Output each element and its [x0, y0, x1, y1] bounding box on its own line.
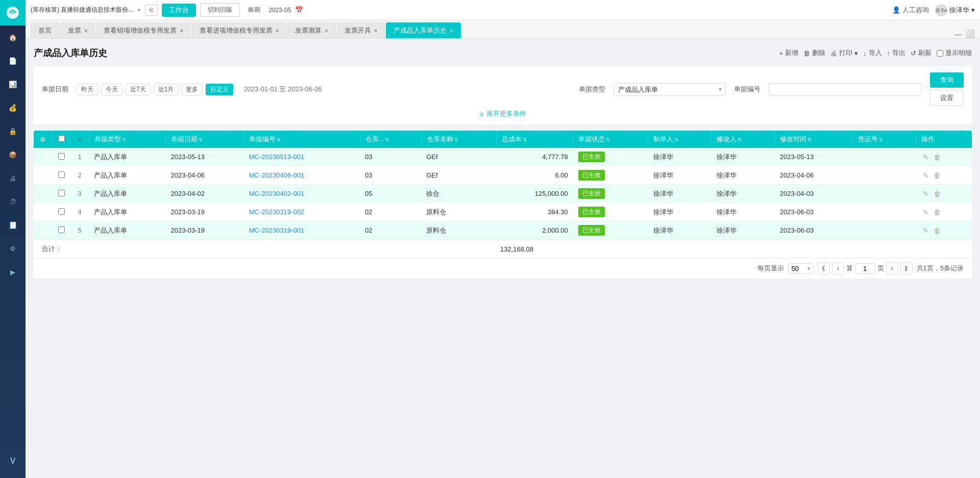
th-modify-time[interactable]: 修改时间⇅	[775, 131, 853, 148]
row-checkbox[interactable]	[58, 208, 65, 215]
row-delete-icon[interactable]: 🗑	[934, 190, 941, 198]
th-modifier[interactable]: 修改人⇅	[712, 131, 775, 148]
th-creator[interactable]: 制单人⇅	[648, 131, 712, 148]
tab-invoice[interactable]: 发票 ×	[60, 22, 95, 38]
sidebar-item-print[interactable]: 🖨	[0, 166, 26, 190]
show-details-checkbox[interactable]	[937, 50, 943, 57]
row-edit-icon[interactable]: ✎	[923, 227, 929, 235]
row-id-link[interactable]: MC-20230319-002	[249, 208, 304, 216]
id-filter-input[interactable]	[769, 83, 922, 96]
sidebar-item-home[interactable]: 🏠	[0, 26, 26, 49]
tab-vat-sales-close[interactable]: ×	[180, 28, 183, 34]
window-maximize-button[interactable]: ⬜	[965, 29, 975, 38]
row-edit-icon[interactable]: ✎	[923, 153, 929, 161]
row-id[interactable]: MC-20230319-002	[244, 203, 360, 221]
row-delete-icon[interactable]: 🗑	[934, 227, 941, 235]
th-settings[interactable]: ⚙	[34, 131, 52, 148]
show-details-toggle[interactable]: 显示明细	[937, 48, 972, 58]
th-checkbox[interactable]	[52, 131, 70, 148]
tab-home[interactable]: 首页	[31, 22, 59, 38]
date-btn-custom[interactable]: 自定义	[206, 84, 233, 95]
row-settings-icon[interactable]	[34, 185, 52, 203]
row-id[interactable]: MC-20230406-001	[244, 166, 360, 185]
th-voucher[interactable]: 凭证号⇅	[853, 131, 916, 148]
row-delete-icon[interactable]: 🗑	[934, 208, 941, 216]
row-id[interactable]: MC-20230319-001	[244, 221, 360, 240]
workspace-button[interactable]: 工作台	[162, 4, 196, 17]
sidebar-item-settings[interactable]: ⚙	[0, 237, 26, 260]
page-prev-button[interactable]: ‹	[832, 262, 844, 274]
setting-button[interactable]: 设置	[930, 90, 964, 106]
th-warehouse-code[interactable]: 仓库...⇅	[360, 131, 421, 148]
tab-invoice-open[interactable]: 发票开具 ×	[337, 22, 385, 38]
page-size-select[interactable]: 50 10 20 100	[788, 263, 814, 274]
sidebar-item-video[interactable]: ▶	[0, 260, 26, 284]
th-id[interactable]: 单据编号⇅	[244, 131, 360, 148]
window-minimize-button[interactable]: —	[954, 30, 962, 38]
switch-old-button[interactable]: 切到旧版	[200, 3, 240, 17]
row-checkbox[interactable]	[58, 227, 65, 233]
select-all-checkbox[interactable]	[58, 135, 65, 142]
delete-button[interactable]: 🗑 删除	[803, 48, 825, 58]
new-button[interactable]: + + 新增 新增	[779, 48, 798, 58]
sidebar-item-doc[interactable]: 📄	[0, 49, 26, 72]
company-dropdown-icon[interactable]: ▾	[137, 6, 141, 14]
row-checkbox[interactable]	[58, 190, 65, 196]
sidebar-item-report[interactable]: 📊	[0, 72, 26, 96]
tab-vat-purchase[interactable]: 查看进项增值税专用发票 ×	[192, 22, 286, 38]
row-edit-icon[interactable]: ✎	[923, 208, 929, 216]
date-btn-more[interactable]: 更多	[181, 84, 203, 95]
user-info[interactable]: @ Ea 徐泽华 ▾	[935, 4, 975, 16]
print-button[interactable]: 🖨 打印 ▾	[830, 48, 858, 58]
calendar-icon[interactable]: 📅	[295, 6, 303, 14]
th-type[interactable]: 单据类型⇅	[89, 131, 166, 148]
row-settings-icon[interactable]	[34, 221, 52, 240]
row-id-link[interactable]: MC-20230319-001	[249, 227, 304, 234]
sidebar-item-inventory[interactable]: 📦	[0, 143, 26, 166]
th-total-cost[interactable]: 总成本⇅	[496, 131, 573, 148]
tab-vat-purchase-close[interactable]: ×	[276, 28, 279, 34]
service-button[interactable]: 👤 人工咨询	[892, 6, 929, 15]
query-button[interactable]: 查询	[930, 72, 964, 88]
sidebar-item-more[interactable]: V	[0, 449, 26, 473]
row-checkbox[interactable]	[58, 153, 65, 160]
tab-invoice-close[interactable]: ×	[84, 28, 87, 34]
row-settings-icon[interactable]	[34, 203, 52, 221]
row-id-link[interactable]: MC-20230513-001	[249, 153, 304, 161]
th-date[interactable]: 单据日期⇅	[166, 131, 244, 148]
date-btn-yesterday[interactable]: 昨天	[77, 84, 98, 95]
refresh-button[interactable]: ↺ 刷新	[911, 48, 932, 58]
row-delete-icon[interactable]: 🗑	[934, 171, 941, 180]
date-btn-7days[interactable]: 近7天	[126, 84, 151, 95]
th-warehouse-name[interactable]: 仓库名称⇅	[421, 131, 496, 148]
row-edit-icon[interactable]: ✎	[923, 190, 929, 198]
tab-product-history-close[interactable]: ×	[450, 28, 453, 34]
row-delete-icon[interactable]: 🗑	[934, 153, 941, 161]
row-id-link[interactable]: MC-20230406-001	[249, 171, 304, 179]
page-number-input[interactable]	[855, 263, 875, 274]
row-id[interactable]: MC-20230513-001	[244, 148, 360, 166]
type-filter-select[interactable]: 产成品入库单	[614, 83, 726, 96]
th-status[interactable]: 单据状态⇅	[573, 131, 648, 148]
row-edit-icon[interactable]: ✎	[923, 171, 929, 180]
expand-more-button[interactable]: ∨ 展开更多条件	[42, 109, 964, 118]
row-settings-icon[interactable]	[34, 166, 52, 185]
row-settings-icon[interactable]	[34, 148, 52, 166]
import-button[interactable]: ↓ 导入	[863, 48, 882, 58]
tab-invoice-open-close[interactable]: ×	[374, 28, 377, 34]
page-next-button[interactable]: ›	[886, 262, 898, 274]
tab-product-history[interactable]: 产成品入库单历史 ×	[386, 22, 460, 38]
tab-invoice-calc[interactable]: 发票测算 ×	[287, 22, 335, 38]
sidebar-item-lock[interactable]: 🔒	[0, 119, 26, 143]
copy-button[interactable]: ⎘	[145, 5, 158, 16]
sidebar-item-timer[interactable]: ⏱	[0, 190, 26, 213]
sidebar-item-tax[interactable]: 💰	[0, 96, 26, 119]
page-last-button[interactable]: ⟫	[900, 262, 913, 274]
date-btn-today[interactable]: 今天	[101, 84, 122, 95]
page-first-button[interactable]: ⟪	[818, 262, 830, 274]
row-checkbox[interactable]	[58, 171, 65, 178]
sidebar-item-invoice[interactable]: 🧾	[0, 213, 26, 237]
export-button[interactable]: ↑ 导出	[887, 48, 906, 58]
date-btn-1month[interactable]: 近1月	[154, 84, 179, 95]
row-id[interactable]: MC-20230402-001	[244, 185, 360, 203]
